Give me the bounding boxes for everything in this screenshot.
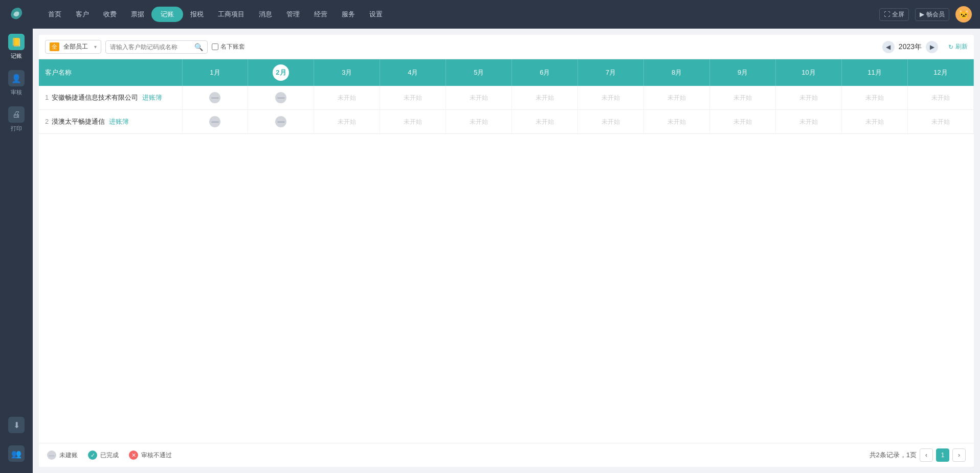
enter-ledger-link[interactable]: 进账簿: [142, 94, 162, 101]
my-accounts-checkbox[interactable]: [212, 43, 218, 50]
enter-ledger-link[interactable]: 进账簿: [109, 118, 129, 125]
topnav-right: ⛶ 全屏 ▶ 畅会员 🐱: [879, 6, 972, 22]
table-row: 2漠澳太平畅捷通信进账簿——未开始未开始未开始未开始未开始未开始未开始未开始未开…: [39, 110, 974, 134]
prev-page-button[interactable]: ‹: [920, 448, 933, 462]
col-m4: 4月: [380, 59, 446, 86]
fullscreen-icon: ⛶: [884, 11, 890, 18]
user-avatar[interactable]: 🐱: [955, 6, 972, 22]
next-page-button[interactable]: ›: [952, 448, 966, 462]
search-input-wrap: 🔍: [105, 40, 208, 54]
sidebar-item-support[interactable]: 👥: [0, 440, 33, 467]
employee-tag: 全: [50, 42, 59, 51]
not-started-status: 未开始: [536, 94, 554, 101]
sidebar-item-print[interactable]: 🖨 打印: [0, 101, 33, 138]
row-index: 2: [45, 118, 49, 125]
employee-select[interactable]: 全 全部员工 ▾: [45, 40, 101, 54]
not-built-status-icon: —: [275, 116, 286, 127]
not-started-status: 未开始: [931, 94, 950, 101]
refresh-button[interactable]: ↻ 刷新: [948, 42, 968, 51]
nav-message[interactable]: 消息: [252, 6, 279, 23]
nav-client[interactable]: 客户: [69, 6, 96, 23]
client-name-cell: 1安徽畅捷通信息技术有限公司进账簿: [39, 86, 182, 110]
not-started-status: 未开始: [470, 118, 488, 125]
month-cell-m12: 未开始: [907, 110, 973, 134]
month-cell-m6: 未开始: [512, 110, 578, 134]
not-started-status: 未开始: [931, 118, 950, 125]
vip-button[interactable]: ▶ 畅会员: [915, 8, 949, 21]
legend-not-built: — 未建账: [47, 451, 78, 460]
not-started-status: 未开始: [733, 118, 752, 125]
not-started-status: 未开始: [799, 118, 818, 125]
col-m7: 7月: [578, 59, 644, 86]
accounts-table: 客户名称 1月 2月 3月 4月 5月 6月 7月 8月 9月: [39, 59, 974, 134]
year-display: 2023年: [899, 42, 922, 52]
sidebar: 📒 记账 👤 审核 🖨 打印 ⬇ 👥: [0, 0, 33, 473]
vip-icon: ▶: [920, 11, 924, 18]
legend-rejected: ✕ 审核不通过: [129, 451, 172, 460]
month-cell-m10: 未开始: [776, 86, 842, 110]
audit-icon: 👤: [8, 70, 25, 86]
page-1-button[interactable]: 1: [936, 448, 949, 462]
client-name-cell: 2漠澳太平畅捷通信进账簿: [39, 110, 182, 134]
client-name: 安徽畅捷通信息技术有限公司: [52, 94, 138, 101]
nav-tax[interactable]: 报税: [183, 6, 211, 23]
current-month-badge: 2月: [273, 64, 289, 81]
not-started-status: 未开始: [470, 94, 488, 101]
month-cell-m3: 未开始: [314, 86, 380, 110]
month-cell-m3: 未开始: [314, 110, 380, 134]
table-footer: — 未建账 ✓ 已完成 ✕ 审核不通过 共2条记录，1页 ‹ 1: [39, 443, 974, 467]
not-built-status-icon: —: [209, 92, 220, 103]
pagination: 共2条记录，1页 ‹ 1 ›: [870, 448, 966, 462]
prev-year-button[interactable]: ◀: [882, 41, 895, 53]
not-started-status: 未开始: [338, 118, 356, 125]
page-content: 全 全部员工 ▾ 🔍 名下账套 ◀ 2023年 ▶: [33, 29, 980, 473]
main-card: 全 全部员工 ▾ 🔍 名下账套 ◀ 2023年 ▶: [39, 35, 974, 467]
dropdown-arrow-icon: ▾: [94, 44, 97, 50]
nav-ledger[interactable]: 记账: [151, 7, 183, 22]
month-cell-m9: 未开始: [710, 110, 776, 134]
search-button[interactable]: 🔍: [194, 43, 203, 51]
my-accounts-checkbox-label[interactable]: 名下账套: [212, 42, 245, 51]
col-m2: 2月: [248, 59, 314, 86]
col-m12: 12月: [907, 59, 973, 86]
not-started-status: 未开始: [602, 118, 620, 125]
month-cell-m8: 未开始: [644, 86, 710, 110]
not-started-status: 未开始: [338, 94, 356, 101]
col-m5: 5月: [446, 59, 512, 86]
next-year-button[interactable]: ▶: [926, 41, 938, 53]
month-cell-m1: —: [182, 86, 248, 110]
nav-settings[interactable]: 设置: [362, 6, 390, 23]
month-cell-m8: 未开始: [644, 110, 710, 134]
nav-biz[interactable]: 工商项目: [211, 6, 252, 23]
search-input[interactable]: [110, 43, 194, 51]
employee-label: 全部员工: [63, 42, 88, 51]
sidebar-item-audit[interactable]: 👤 审核: [0, 65, 33, 101]
refresh-icon: ↻: [948, 43, 953, 51]
not-started-status: 未开始: [733, 94, 752, 101]
nav-service[interactable]: 服务: [335, 6, 362, 23]
row-index: 1: [45, 94, 49, 101]
not-started-status: 未开始: [865, 94, 884, 101]
not-built-status-icon: —: [209, 116, 220, 127]
month-cell-m9: 未开始: [710, 86, 776, 110]
not-built-icon: —: [47, 451, 56, 460]
col-m1: 1月: [182, 59, 248, 86]
nav-billing[interactable]: 收费: [96, 6, 124, 23]
col-m9: 9月: [710, 59, 776, 86]
nav-invoice[interactable]: 票据: [124, 6, 151, 23]
month-cell-m11: 未开始: [842, 110, 908, 134]
sidebar-item-ledger[interactable]: 📒 记账: [0, 29, 33, 65]
nav-operation[interactable]: 经营: [307, 6, 335, 23]
download-icon: ⬇: [8, 417, 25, 433]
fullscreen-button[interactable]: ⛶ 全屏: [879, 8, 909, 21]
col-m10: 10月: [776, 59, 842, 86]
month-cell-m1: —: [182, 110, 248, 134]
month-cell-m2: —: [248, 86, 314, 110]
sidebar-item-download[interactable]: ⬇: [0, 412, 33, 438]
sidebar-bottom: ⬇ 👥: [0, 412, 33, 473]
month-cell-m4: 未开始: [380, 110, 446, 134]
ledger-icon: 📒: [8, 34, 25, 50]
nav-manage[interactable]: 管理: [279, 6, 307, 23]
nav-home[interactable]: 首页: [41, 6, 69, 23]
toolbar: 全 全部员工 ▾ 🔍 名下账套 ◀ 2023年 ▶: [39, 35, 974, 59]
